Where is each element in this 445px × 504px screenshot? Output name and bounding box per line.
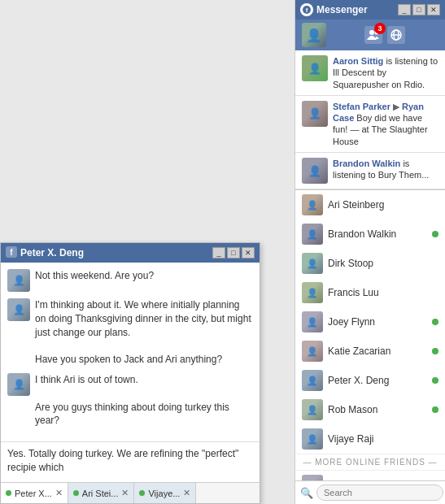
chat-tab-peter[interactable]: Peter X... ✕ bbox=[1, 483, 68, 503]
friend-item-dirk[interactable]: 👤 Dirk Stoop bbox=[295, 249, 445, 278]
tab-name-vijaye: Vijaye... bbox=[148, 489, 180, 498]
messenger-title-left: f Messenger bbox=[300, 3, 368, 16]
online-indicator-brandon bbox=[432, 231, 438, 237]
feed-arrow: ▶ bbox=[393, 102, 402, 111]
msg-text-1: Not this weekend. Are you? bbox=[35, 269, 253, 283]
feed-avatar-stefan: 👤 bbox=[302, 101, 328, 127]
friend-avatar-brandon-list: 👤 bbox=[302, 224, 323, 245]
feed-item-stefan[interactable]: 👤 Stefan Parker ▶ Ryan Case Boy did we h… bbox=[295, 96, 445, 153]
friend-avatar-ari: 👤 bbox=[302, 194, 323, 215]
chat-tabs: Peter X... ✕ Ari Stei... ✕ Vijaye... ✕ bbox=[1, 482, 260, 503]
feed-text-stefan: Stefan Parker ▶ Ryan Case Boy did we hav… bbox=[333, 101, 438, 147]
chat-tab-vijaye[interactable]: Vijaye... ✕ bbox=[134, 483, 196, 503]
tab-close-vijaye[interactable]: ✕ bbox=[183, 488, 190, 498]
feed-text-aaron: Aaron Sittig is listening to Ill Descent… bbox=[333, 55, 438, 90]
messenger-panel: f Messenger _ □ ✕ 👤 bbox=[294, 0, 445, 504]
tab-name-peter: Peter X... bbox=[15, 489, 52, 498]
friend-item-vijaye[interactable]: 👤 Vijaye Raji bbox=[295, 424, 445, 454]
friends-icon-wrap: 3 bbox=[364, 26, 382, 44]
chat-fb-icon: f bbox=[6, 246, 17, 260]
friend-name-katie: Katie Zacarian bbox=[328, 345, 427, 357]
friend-avatar-joey: 👤 bbox=[302, 311, 323, 332]
chat-tab-ari[interactable]: Ari Stei... ✕ bbox=[68, 483, 135, 503]
friend-avatar-katie: 👤 bbox=[302, 341, 323, 362]
friend-item-adam[interactable]: 👤 Adam Mosseri bbox=[295, 471, 445, 480]
friend-name-joey: Joey Flynn bbox=[328, 316, 427, 328]
chat-input-text[interactable]: Yes. Totally doing turkey. We are refini… bbox=[7, 447, 253, 475]
feed-avatar-brandon: 👤 bbox=[302, 158, 328, 184]
svg-text:f: f bbox=[306, 7, 308, 14]
chat-message-1: 👤 Not this weekend. Are you? bbox=[7, 269, 253, 292]
feed-item-brandon[interactable]: 👤 Brandon Walkin is listening to Bury Th… bbox=[295, 153, 445, 189]
chat-title-left: f Peter X. Deng bbox=[6, 246, 84, 260]
user-avatar[interactable]: 👤 bbox=[302, 23, 326, 47]
chat-restore-button[interactable]: □ bbox=[227, 247, 240, 259]
feed-item-aaron[interactable]: 👤 Aaron Sittig is listening to Ill Desce… bbox=[295, 50, 445, 96]
friend-avatar-dirk: 👤 bbox=[302, 253, 323, 274]
chat-titlebar: f Peter X. Deng _ □ ✕ bbox=[1, 243, 260, 263]
svg-point-2 bbox=[369, 30, 374, 35]
friend-item-rob[interactable]: 👤 Rob Mason bbox=[295, 395, 445, 424]
feed-name-aaron: Aaron Sittig bbox=[333, 56, 383, 66]
msg-avatar-3: 👤 bbox=[7, 373, 30, 396]
tab-close-peter[interactable]: ✕ bbox=[55, 488, 63, 498]
friend-name-dirk: Dirk Stoop bbox=[328, 258, 438, 269]
search-icon: 🔍 bbox=[300, 487, 313, 499]
chat-input-area[interactable]: Yes. Totally doing turkey. We are refini… bbox=[1, 441, 260, 482]
friend-name-ari: Ari Steinberg bbox=[328, 199, 438, 211]
restore-button[interactable]: □ bbox=[412, 4, 425, 15]
feed-text-brandon: Brandon Walkin is listening to Bury Them… bbox=[333, 158, 438, 184]
friends-list: 👤 Ari Steinberg 👤 Brandon Walkin 👤 Dirk … bbox=[295, 190, 445, 480]
chat-title-text: Peter X. Deng bbox=[20, 247, 84, 259]
friend-item-katie[interactable]: 👤 Katie Zacarian bbox=[295, 337, 445, 366]
friend-avatar-vijaye: 👤 bbox=[302, 428, 323, 450]
friend-avatar-francis: 👤 bbox=[302, 282, 323, 303]
news-feed: 👤 Aaron Sittig is listening to Ill Desce… bbox=[295, 50, 445, 190]
friend-name-francis: Francis Luu bbox=[328, 287, 438, 298]
feed-name-stefan: Stefan Parker bbox=[333, 102, 390, 111]
online-indicator-katie bbox=[432, 348, 438, 354]
msg-avatar-1: 👤 bbox=[7, 269, 30, 292]
msg-avatar-2: 👤 bbox=[7, 298, 30, 321]
chat-minimize-button[interactable]: _ bbox=[212, 247, 225, 259]
friend-avatar-peter: 👤 bbox=[302, 370, 323, 391]
friend-item-ari[interactable]: 👤 Ari Steinberg bbox=[295, 190, 445, 219]
tab-dot-vijaye bbox=[139, 490, 145, 496]
more-online-label: — MORE ONLINE FRIENDS — bbox=[295, 454, 445, 471]
messenger-titlebar: f Messenger _ □ ✕ bbox=[295, 0, 445, 20]
friend-name-peter: Peter X. Deng bbox=[328, 375, 427, 386]
globe-icon[interactable] bbox=[387, 26, 405, 44]
friend-name-rob: Rob Mason bbox=[328, 404, 427, 415]
friend-name-brandon: Brandon Walkin bbox=[328, 228, 427, 240]
messenger-title-text: Messenger bbox=[316, 4, 368, 15]
friend-item-joey[interactable]: 👤 Joey Flynn bbox=[295, 307, 445, 337]
messenger-topbar: 👤 3 bbox=[295, 20, 445, 50]
chat-messages: 👤 Not this weekend. Are you? 👤 I'm think… bbox=[1, 263, 260, 441]
feed-avatar-aaron: 👤 bbox=[302, 55, 328, 81]
tab-name-ari: Ari Stei... bbox=[82, 489, 119, 498]
tab-dot-peter bbox=[6, 490, 11, 496]
msg-text-3: I think Ari is out of town. Are you guys… bbox=[35, 373, 253, 428]
friend-item-peter[interactable]: 👤 Peter X. Deng bbox=[295, 366, 445, 395]
chat-controls: _ □ ✕ bbox=[212, 247, 255, 259]
chat-window: f Peter X. Deng _ □ ✕ 👤 Not this weekend… bbox=[0, 242, 260, 504]
friend-avatar-rob: 👤 bbox=[302, 399, 323, 420]
close-button[interactable]: ✕ bbox=[427, 4, 440, 15]
search-bar: 🔍 bbox=[295, 480, 445, 504]
chat-close-button[interactable]: ✕ bbox=[242, 247, 255, 259]
minimize-button[interactable]: _ bbox=[398, 4, 411, 15]
chat-message-2: 👤 I'm thinking about it. We where initia… bbox=[7, 298, 253, 367]
feed-name-brandon: Brandon Walkin bbox=[333, 159, 400, 168]
search-input[interactable] bbox=[316, 484, 443, 501]
notification-badge: 3 bbox=[374, 23, 386, 34]
friend-item-brandon[interactable]: 👤 Brandon Walkin bbox=[295, 219, 445, 249]
friend-item-francis[interactable]: 👤 Francis Luu bbox=[295, 278, 445, 307]
tab-dot-ari bbox=[73, 490, 79, 496]
messenger-controls: _ □ ✕ bbox=[398, 4, 440, 15]
topbar-icons: 3 bbox=[331, 26, 438, 44]
online-indicator-peter bbox=[432, 377, 438, 384]
tab-close-ari[interactable]: ✕ bbox=[121, 488, 129, 498]
online-indicator-joey bbox=[432, 319, 438, 325]
msg-text-2: I'm thinking about it. We where initiall… bbox=[35, 298, 253, 367]
messenger-icon: f bbox=[300, 3, 313, 16]
